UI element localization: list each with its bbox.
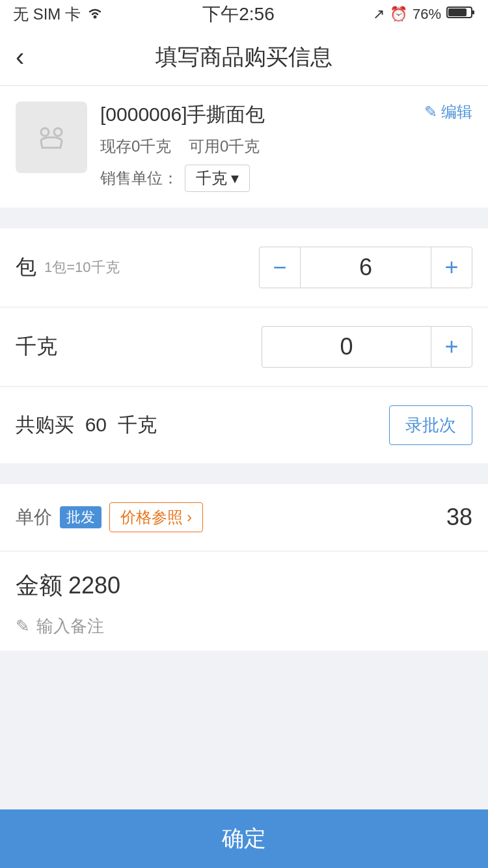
battery-icon (446, 5, 475, 23)
kg-plus-button[interactable]: + (431, 326, 472, 368)
product-name: [0000006]手撕面包 (100, 102, 265, 128)
price-ref-button[interactable]: 价格参照 › (109, 502, 203, 532)
edit-icon: ✎ (424, 103, 437, 121)
kg-qty-control: + (262, 326, 472, 368)
svg-rect-2 (472, 10, 474, 14)
confirm-button[interactable]: 确定 (0, 809, 488, 868)
total-text: 共购买 60 千克 (16, 412, 157, 439)
battery-percent: 76% (413, 6, 441, 23)
unit-selector[interactable]: 千克 ▾ (185, 165, 250, 192)
dropdown-icon: ▾ (231, 169, 239, 187)
amount-row: 金额 2280 (16, 570, 472, 602)
kg-label: 千克 (16, 332, 57, 361)
status-left: 无 SIM 卡 (13, 4, 104, 25)
kg-qty-input[interactable] (262, 326, 431, 368)
product-thumbnail (16, 102, 87, 173)
package-minus-button[interactable]: − (259, 247, 301, 288)
pencil-icon: ✎ (16, 616, 30, 636)
divider-1 (0, 218, 488, 228)
empty-area (0, 651, 488, 820)
svg-point-5 (54, 128, 62, 136)
sim-status: 无 SIM 卡 (13, 4, 81, 25)
price-section: 单价 批发 价格参照 › 38 (0, 484, 488, 550)
package-qty-section: 包 1包=10千克 − + (0, 228, 488, 307)
svg-point-0 (94, 16, 97, 19)
svg-point-4 (41, 128, 49, 136)
alarm-icon: ⏰ (390, 6, 407, 23)
status-right: ↗ ⏰ 76% (373, 5, 475, 23)
price-value: 38 (446, 504, 472, 531)
package-label: 包 1包=10千克 (16, 253, 120, 282)
package-qty-input[interactable] (301, 247, 431, 288)
note-row[interactable]: ✎ 输入备注 (16, 615, 472, 638)
svg-rect-3 (448, 8, 467, 16)
price-label: 单价 批发 价格参照 › (16, 502, 203, 532)
product-card: [0000006]手撕面包 ✎ 编辑 现存0千克 可用0千克 销售单位： 千克 … (0, 86, 488, 208)
nav-bar: ‹ 填写商品购买信息 (0, 29, 488, 86)
status-time: 下午2:56 (202, 2, 275, 27)
status-bar: 无 SIM 卡 下午2:56 ↗ ⏰ 76% (0, 0, 488, 29)
package-plus-button[interactable]: + (431, 247, 472, 288)
wifi-icon (86, 5, 104, 23)
note-placeholder: 输入备注 (36, 615, 104, 638)
total-section: 共购买 60 千克 录批次 (0, 387, 488, 463)
product-unit: 销售单位： 千克 ▾ (100, 165, 472, 192)
price-badge: 批发 (60, 506, 102, 528)
page-title: 填写商品购买信息 (156, 42, 332, 72)
kg-qty-section: 千克 + (0, 307, 488, 387)
divider-2 (0, 463, 488, 474)
product-info: [0000006]手撕面包 ✎ 编辑 现存0千克 可用0千克 销售单位： 千克 … (100, 102, 472, 192)
edit-button[interactable]: ✎ 编辑 (424, 102, 472, 122)
back-button[interactable]: ‹ (16, 42, 24, 72)
record-batch-button[interactable]: 录批次 (389, 405, 472, 445)
amount-section: 金额 2280 ✎ 输入备注 (0, 552, 488, 651)
location-icon: ↗ (373, 6, 385, 23)
package-qty-control: − + (259, 247, 472, 288)
chevron-right-icon: › (187, 508, 192, 526)
product-stock: 现存0千克 可用0千克 (100, 136, 472, 157)
